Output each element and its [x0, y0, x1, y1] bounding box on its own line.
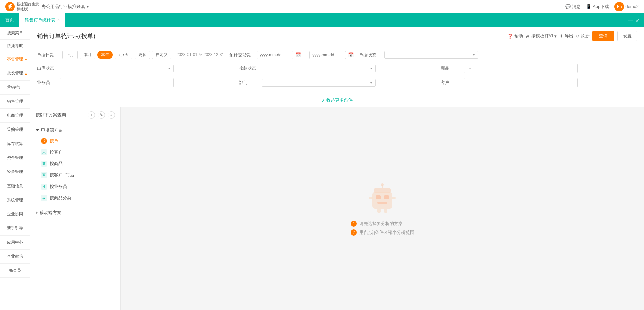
salesperson-section: 业务员 ··· [37, 78, 233, 87]
sidebar-item-inventory[interactable]: 库存核算 [0, 137, 30, 151]
sidebar-search-menu[interactable]: 搜索菜单 [0, 27, 30, 40]
mobile-scheme-group-header[interactable]: 移动端方案 [30, 208, 120, 218]
tab-maximize-icon[interactable]: ⤢ [636, 17, 640, 23]
dots-icon: ··· [469, 66, 473, 71]
top-bar-left: 畅 畅捷通好生意 标账版 办公用品行业模拟账套 ▾ [5, 2, 89, 11]
scheme-item-by-customer[interactable]: 人 按客户 [30, 147, 120, 158]
tab-close-icon[interactable]: × [57, 18, 60, 22]
svg-rect-2 [384, 195, 389, 199]
collapse-button[interactable]: ∧ 收起更多条件 [322, 95, 353, 106]
download-icon: 📱 [586, 4, 591, 9]
scheme-item-by-customer-goods[interactable]: 商 按客户+商品 [30, 169, 120, 181]
sidebar-item-appcenter[interactable]: 应用中心 [0, 236, 30, 250]
tab-sales-order-stats[interactable]: 销售订单统计表 × [19, 13, 65, 27]
scheme-icon-salesperson: 柱 [41, 184, 47, 190]
calendar-icon-end: 📅 [348, 52, 354, 57]
ship-status-label: 出库状态 [37, 65, 57, 71]
add-scheme-button[interactable]: + [88, 111, 95, 119]
sidebar-quick-nav[interactable]: 快捷导航 [0, 40, 30, 52]
collapse-area: ∧ 收起更多条件 [30, 93, 644, 107]
goods-input[interactable]: ··· [464, 64, 578, 73]
sidebar-item-marketing[interactable]: 营销推广 [0, 81, 30, 95]
sidebar-item-finance[interactable]: 资金管理 [0, 151, 30, 165]
sidebar-item-purchase[interactable]: 采购管理 [0, 123, 30, 137]
filter-row-2: 出库状态 ▾ 收款状态 ▾ 商品 [37, 64, 637, 73]
app-selector[interactable]: 办公用品行业模拟账套 ▾ [42, 4, 89, 10]
sidebar-item-sales[interactable]: 销售管理 [0, 95, 30, 109]
sidebar-item-base[interactable]: 基础信息 [0, 179, 30, 193]
doc-status-select[interactable]: ▾ [384, 51, 478, 59]
collapse-panel-button[interactable]: « [108, 111, 115, 119]
customer-input[interactable]: ··· [464, 78, 578, 87]
scheme-item-by-salesperson[interactable]: 柱 按业务员 [30, 181, 120, 192]
edit-scheme-button[interactable]: ✎ [98, 111, 105, 119]
user-menu[interactable]: Ea demo2 [614, 2, 639, 11]
date-custom-btn[interactable]: 自定义 [152, 51, 171, 59]
sidebar-item-business[interactable]: 经营管理 [0, 165, 30, 179]
help-icon: ❓ [507, 34, 513, 39]
help-button[interactable]: ❓ 帮助 [507, 33, 523, 39]
date-this-year-btn[interactable]: 本年 [97, 51, 113, 59]
print-icon: 🖨 [526, 34, 530, 39]
goods-section: 商品 ··· [441, 64, 637, 73]
filter-row-1: 单据日期 上月 本月 本年 近7天 更多 自定义 2023-01-01 至 20… [37, 51, 637, 59]
dots-icon: ··· [65, 80, 69, 85]
sidebar-item-system[interactable]: 系统管理 [0, 193, 30, 207]
scheme-icon-customer: 人 [41, 149, 47, 155]
pc-scheme-group-header[interactable]: 电脑端方案 [30, 125, 120, 135]
page-title-row: 销售订单统计表(按单) ❓ 帮助 🖨 按模板打印 ▾ ⬇ 导出 [37, 31, 637, 41]
date-range-text: 2023-01-01 至 2023-12-31 [177, 52, 224, 58]
svg-rect-3 [377, 202, 387, 204]
scheme-item-by-goods[interactable]: 商 按商品 [30, 158, 120, 169]
sidebar-item-ecommerce[interactable]: 电商管理 [0, 109, 30, 123]
app-download-button[interactable]: 📱 App下载 [586, 4, 609, 10]
empty-illustration [366, 182, 399, 215]
scheme-item-by-order[interactable]: 按按单 [30, 135, 120, 147]
message-icon: 💬 [565, 4, 571, 9]
tab-home[interactable]: 首页 [0, 13, 19, 27]
chevron-down-icon: ▾ [473, 53, 475, 57]
svg-rect-6 [377, 209, 381, 213]
dept-select[interactable]: ▾ [262, 79, 376, 87]
page-header: 销售订单统计表(按单) ❓ 帮助 🖨 按模板打印 ▾ ⬇ 导出 [30, 27, 644, 45]
date-last-month-btn[interactable]: 上月 [62, 51, 78, 59]
sidebar-item-wholesale[interactable]: 批发管理 [0, 66, 30, 81]
date-more-btn[interactable]: 更多 [135, 51, 150, 59]
ship-status-select[interactable]: ▾ [60, 65, 174, 72]
scheme-icon-active: 按 [41, 138, 47, 144]
print-button[interactable]: 🖨 按模板打印 ▾ [526, 33, 557, 39]
right-content: 1 请先选择要分析的方案 2 用[过滤]条件来缩小分析范围 [121, 107, 644, 310]
hint-num-2: 2 [351, 229, 357, 236]
expected-date-label: 预计交货期 [229, 52, 251, 58]
sidebar-item-wechat[interactable]: 企业微信 [0, 250, 30, 264]
svg-rect-7 [384, 209, 387, 213]
svg-point-10 [381, 183, 384, 186]
receipt-status-select[interactable]: ▾ [262, 65, 376, 72]
message-button[interactable]: 💬 消息 [565, 4, 581, 10]
expected-date-end[interactable] [309, 51, 346, 59]
date-filter-label: 单据日期 [37, 52, 57, 58]
scheme-item-by-goods-category[interactable]: 表 按商品分类 [30, 192, 120, 204]
chevron-down-icon: ▾ [370, 67, 372, 70]
expected-date-start[interactable] [257, 51, 293, 59]
sidebar-item-retail[interactable]: 零售管理 [0, 52, 30, 66]
chevron-down-icon: ▾ [370, 81, 372, 85]
scheme-icon-customer-goods: 商 [41, 172, 47, 178]
date-7days-btn[interactable]: 近7天 [115, 51, 132, 59]
export-button[interactable]: ⬇ 导出 [559, 33, 573, 39]
date-this-month-btn[interactable]: 本月 [80, 51, 95, 59]
mobile-scheme-group: 移动端方案 [30, 206, 120, 220]
sidebar-item-vip[interactable]: 畅会员 [0, 264, 30, 278]
sidebar-item-enterprise[interactable]: 企业协同 [0, 207, 30, 221]
settings-button[interactable]: 设置 [617, 31, 637, 41]
refresh-button[interactable]: ↺ 刷新 [576, 33, 590, 39]
query-button[interactable]: 查询 [592, 31, 614, 41]
sidebar-item-newbie[interactable]: 新手引导 [0, 221, 30, 236]
date-range-separator: — [303, 52, 307, 57]
receipt-status-label: 收款状态 [239, 65, 259, 71]
customer-label: 客户 [441, 80, 461, 86]
svg-rect-5 [392, 197, 396, 199]
salesperson-input[interactable]: ··· [60, 78, 174, 87]
filter-row-3: 业务员 ··· 部门 ▾ 客户 [37, 78, 637, 87]
tab-minimize-icon[interactable]: — [628, 17, 633, 23]
